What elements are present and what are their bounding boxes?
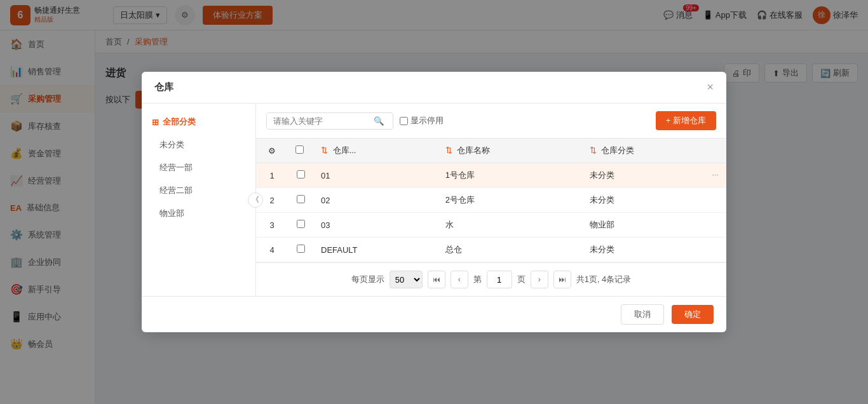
td-name: 水 (438, 213, 582, 238)
td-checkbox (288, 163, 313, 188)
grid-icon: ⊞ (152, 118, 159, 127)
row-actions-button[interactable]: ··· (712, 170, 719, 179)
modal-header: 仓库 × (142, 72, 726, 104)
last-page-button[interactable]: ⏭ (553, 271, 571, 288)
td-code: 02 (313, 188, 438, 213)
all-categories-button[interactable]: ⊞ 全部分类 (142, 111, 255, 133)
pagination: 每页显示 50 10 20 100 ⏮ ‹ 第 1 页 › ⏭ 共1页, 4条记… (256, 262, 726, 296)
warehouse-table-container: ⚙ ⇅ 仓库... ⇅ (256, 138, 726, 262)
gear-icon: ⚙ (268, 146, 276, 156)
page-number-input[interactable]: 1 (487, 271, 512, 288)
td-category: 未分类 (582, 188, 726, 213)
page-unit: 页 (517, 274, 526, 285)
right-panel: 🔍 显示停用 + 新增仓库 ⚙ (256, 104, 726, 296)
modal-overlay: 仓库 × ⊞ 全部分类 未分类 经营一部 经营二部 (0, 0, 868, 404)
category-item-ops1[interactable]: 经营一部 (142, 157, 255, 178)
modal-footer: 取消 确定 (142, 296, 726, 332)
all-categories-label: 全部分类 (163, 116, 196, 128)
table-row[interactable]: 4 DEFAULT 总仓 未分类 (256, 238, 726, 262)
td-num: 4 (256, 238, 288, 262)
td-category: 未分类 ··· (582, 163, 726, 188)
table-row[interactable]: 1 01 1号仓库 未分类 ··· (256, 163, 726, 188)
th-code: ⇅ 仓库... (313, 138, 438, 163)
category-panel: ⊞ 全部分类 未分类 经营一部 经营二部 物业部 《 (142, 104, 256, 296)
modal-close-button[interactable]: × (707, 81, 714, 94)
td-code: 03 (313, 213, 438, 238)
td-num: 3 (256, 213, 288, 238)
right-toolbar: 🔍 显示停用 + 新增仓库 (256, 104, 726, 138)
row-checkbox[interactable] (297, 220, 305, 228)
per-page-select[interactable]: 50 10 20 100 (390, 271, 423, 288)
sort-icon: ⇅ (590, 145, 597, 155)
confirm-button[interactable]: 确定 (672, 305, 714, 324)
show-disabled-checkbox[interactable] (400, 117, 408, 125)
select-all-checkbox[interactable] (295, 145, 304, 154)
table-header-row: ⚙ ⇅ 仓库... ⇅ (256, 138, 726, 163)
td-name: 总仓 (438, 238, 582, 262)
total-info: 共1页, 4条记录 (576, 274, 632, 285)
warehouse-modal: 仓库 × ⊞ 全部分类 未分类 经营一部 经营二部 (142, 72, 726, 332)
modal-title: 仓库 (154, 81, 173, 93)
td-checkbox (288, 238, 313, 262)
td-code: DEFAULT (313, 238, 438, 262)
row-checkbox[interactable] (297, 245, 305, 253)
th-settings: ⚙ (256, 138, 288, 163)
cancel-button[interactable]: 取消 (621, 304, 664, 325)
row-checkbox[interactable] (297, 195, 305, 203)
th-name: ⇅ 仓库名称 (438, 138, 582, 163)
show-disabled-label[interactable]: 显示停用 (400, 115, 444, 126)
search-box: 🔍 (266, 112, 393, 130)
add-warehouse-button[interactable]: + 新增仓库 (656, 111, 716, 130)
first-page-button[interactable]: ⏮ (428, 271, 445, 288)
td-checkbox (288, 188, 313, 213)
category-item-property[interactable]: 物业部 (142, 203, 255, 224)
warehouse-table: ⚙ ⇅ 仓库... ⇅ (256, 138, 726, 262)
category-item-unclassified[interactable]: 未分类 (142, 134, 255, 156)
td-checkbox (288, 213, 313, 238)
th-category: ⇅ 仓库分类 (582, 138, 726, 163)
th-checkbox (288, 138, 313, 163)
page-label: 第 (473, 274, 482, 285)
table-row[interactable]: 2 02 2号仓库 未分类 (256, 188, 726, 213)
per-page-label: 每页显示 (351, 274, 384, 285)
row-checkbox[interactable] (297, 170, 305, 178)
next-page-button[interactable]: › (531, 271, 548, 288)
search-submit-button[interactable]: 🔍 (369, 113, 390, 129)
td-num: 1 (256, 163, 288, 188)
table-row[interactable]: 3 03 水 物业部 (256, 213, 726, 238)
modal-body: ⊞ 全部分类 未分类 经营一部 经营二部 物业部 《 (142, 104, 726, 296)
td-name: 1号仓库 (438, 163, 582, 188)
prev-page-button[interactable]: ‹ (451, 271, 468, 288)
collapse-panel-button[interactable]: 《 (248, 192, 263, 208)
td-category: 未分类 (582, 238, 726, 262)
sort-icon: ⇅ (445, 145, 452, 155)
search-input[interactable] (267, 113, 369, 129)
category-item-ops2[interactable]: 经营二部 (142, 180, 255, 201)
td-name: 2号仓库 (438, 188, 582, 213)
td-category: 物业部 (582, 213, 726, 238)
td-code: 01 (313, 163, 438, 188)
sort-icon: ⇅ (321, 145, 328, 155)
